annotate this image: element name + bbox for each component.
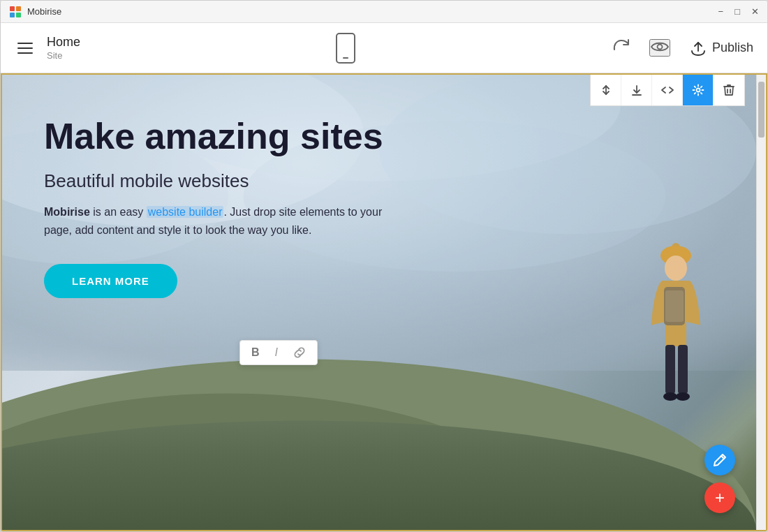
code-button[interactable] <box>652 75 683 105</box>
edit-fab-button[interactable] <box>704 445 735 475</box>
hero-description[interactable]: Mobirise is an easy website builder. Jus… <box>44 203 407 239</box>
pencil-icon <box>713 453 727 467</box>
reorder-icon <box>600 84 612 96</box>
publish-icon <box>690 40 707 56</box>
menu-button[interactable] <box>15 40 36 57</box>
site-sub: Site <box>47 50 80 61</box>
app-window: Mobirise − □ ✕ Home Site <box>0 0 768 532</box>
settings-icon <box>692 84 704 96</box>
text-format-toolbar: B I <box>239 340 318 365</box>
hamburger-line-2 <box>17 47 33 49</box>
maximize-button[interactable]: □ <box>734 7 740 16</box>
app-logo-icon <box>9 6 22 18</box>
publish-label: Publish <box>712 40 753 55</box>
scrollbar-thumb[interactable] <box>758 82 765 138</box>
link-button[interactable] <box>290 345 309 360</box>
toolbar-left: Home Site <box>15 35 80 61</box>
fab-container: + <box>704 445 735 513</box>
download-button[interactable] <box>621 75 652 105</box>
minimize-button[interactable]: − <box>718 7 724 16</box>
undo-button[interactable] <box>612 38 630 58</box>
scrollbar[interactable] <box>756 75 766 530</box>
app-title: Mobirise <box>27 6 61 17</box>
italic-button[interactable]: I <box>272 345 281 360</box>
learn-more-button[interactable]: LEARN MORE <box>44 264 177 298</box>
hamburger-line-1 <box>17 43 33 44</box>
titlebar: Mobirise − □ ✕ <box>1 1 767 23</box>
toolbar: Home Site <box>1 23 767 73</box>
hero-content: Make amazing sites Beautiful mobile webs… <box>2 75 756 530</box>
toolbar-center <box>336 33 355 64</box>
bold-button[interactable]: B <box>249 345 263 360</box>
trash-icon <box>723 84 734 96</box>
link-icon <box>293 346 306 359</box>
svg-rect-0 <box>10 6 15 11</box>
svg-rect-1 <box>16 6 21 11</box>
hero-title[interactable]: Make amazing sites <box>44 117 714 156</box>
add-icon: + <box>715 489 725 506</box>
svg-point-4 <box>657 45 662 50</box>
close-button[interactable]: ✕ <box>751 7 759 16</box>
hamburger-line-3 <box>17 52 33 54</box>
toolbar-right: Publish <box>612 38 753 58</box>
hero-subtitle[interactable]: Beautiful mobile websites <box>44 170 714 192</box>
svg-point-23 <box>696 89 700 92</box>
undo-icon <box>612 38 630 54</box>
publish-button[interactable]: Publish <box>690 40 753 56</box>
svg-rect-3 <box>16 13 21 17</box>
svg-rect-2 <box>10 13 15 17</box>
eye-icon <box>651 40 669 53</box>
reorder-button[interactable] <box>591 75 621 105</box>
delete-button[interactable] <box>714 75 744 105</box>
bold-icon: B <box>251 346 260 359</box>
italic-icon: I <box>275 346 278 359</box>
add-fab-button[interactable]: + <box>704 482 735 513</box>
canvas: Make amazing sites Beautiful mobile webs… <box>2 75 756 530</box>
preview-button[interactable] <box>649 39 670 57</box>
hero-section: Make amazing sites Beautiful mobile webs… <box>2 75 756 530</box>
hero-desc-bold: Mobirise <box>44 206 90 218</box>
hero-desc-text1: is an easy <box>90 206 147 218</box>
download-icon <box>630 84 643 96</box>
code-icon <box>661 84 674 96</box>
hero-desc-highlight: website builder <box>147 206 224 218</box>
site-info: Home Site <box>47 35 80 61</box>
titlebar-controls: − □ ✕ <box>718 7 759 16</box>
settings-button[interactable] <box>683 75 714 105</box>
mobile-preview-icon[interactable] <box>336 33 355 64</box>
titlebar-left: Mobirise <box>9 6 61 18</box>
main-area: Make amazing sites Beautiful mobile webs… <box>1 73 767 531</box>
section-toolbar <box>590 75 745 106</box>
site-name: Home <box>47 35 80 50</box>
